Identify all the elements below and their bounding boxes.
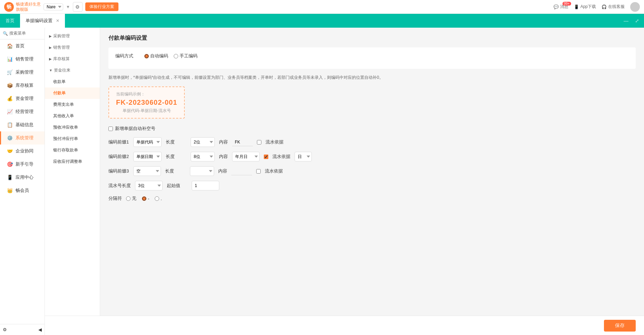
- encode-method-row: 编码方式 自动编码 手工编码: [115, 53, 629, 59]
- tab-home[interactable]: 首页: [0, 14, 20, 28]
- member-icon: 👑: [7, 187, 13, 194]
- tab-close-icon[interactable]: ✕: [56, 18, 59, 23]
- chevron-right-icon: ▶: [49, 57, 52, 61]
- serial-length-label: 流水号长度: [108, 183, 131, 189]
- separator-dot-option[interactable]: -: [142, 196, 149, 201]
- content-area: ▶ 采购管理 ▶ 销售管理 ▶ 库存核算: [45, 28, 644, 335]
- separator-dot2-option[interactable]: .: [155, 196, 162, 201]
- sidebar-item-member[interactable]: 👑 畅会员: [0, 184, 45, 197]
- prefix1-length-select[interactable]: 2位: [191, 137, 215, 147]
- top-bar-controls: Nare ▼ ⚙ 体验行业方案: [44, 2, 118, 12]
- prefix1-content-input: [232, 138, 253, 146]
- prefix3-select[interactable]: 空: [133, 166, 161, 176]
- user-avatar[interactable]: [630, 2, 640, 12]
- brand: 畅 畅捷通好生意 旗舰版: [4, 2, 41, 12]
- prefix2-granularity-select[interactable]: 日: [295, 152, 312, 161]
- prefix1-waterfall-checkbox[interactable]: [257, 140, 261, 145]
- menu-item-expense[interactable]: 费用支出单: [45, 99, 100, 110]
- prefix1-waterfall-label: 流水依据: [266, 139, 283, 145]
- prefix1-label: 编码前缀1: [108, 139, 129, 145]
- page-title: 付款单编码设置: [108, 35, 636, 42]
- company-select[interactable]: Nare: [44, 3, 63, 10]
- sidebar-item-enterprise[interactable]: 🤝 企业协同: [0, 145, 45, 158]
- manual-encode-option[interactable]: 手工编码: [174, 53, 198, 59]
- app-download-button[interactable]: 📱 App下载: [574, 4, 596, 10]
- operation-icon: 📈: [7, 109, 13, 115]
- tab-encode-settings[interactable]: 单据编码设置 ✕: [20, 14, 65, 28]
- prefix2-content-select[interactable]: 年月日: [232, 152, 260, 161]
- menu-item-bank-deposit[interactable]: 银行存取款单: [45, 145, 100, 156]
- menu-header-purchase[interactable]: ▶ 采购管理: [45, 30, 100, 42]
- menu-item-adjust[interactable]: 应收应付调整单: [45, 156, 100, 167]
- encode-method-radio-group: 自动编码 手工编码: [144, 53, 198, 59]
- top-bar: 畅 畅捷通好生意 旗舰版 Nare ▼ ⚙ 体验行业方案 💬 消息 99+ 📱 …: [0, 0, 644, 14]
- separator-dot-radio[interactable]: [142, 196, 146, 201]
- menu-header-finance[interactable]: ▼ 资金往来: [45, 65, 100, 76]
- save-button[interactable]: 保存: [604, 320, 636, 332]
- separator-none-radio[interactable]: [126, 196, 131, 201]
- prefix3-waterfall-label: 流水依据: [265, 168, 283, 174]
- menu-item-payment[interactable]: 付款单: [45, 87, 100, 99]
- prefix2-waterfall-checkbox[interactable]: [264, 155, 268, 159]
- tab-bar: 首页 单据编码设置 ✕ — ⤢: [0, 14, 644, 28]
- separator-none-option[interactable]: 无: [126, 195, 136, 202]
- separator-dot2-radio[interactable]: [155, 196, 159, 201]
- main-layout: 🔍 搜索菜单 🏠 首页 📊 销售管理 🛒 采购管理 📦 库存核算 💰 资金管理 …: [0, 28, 644, 335]
- sidebar-item-home[interactable]: 🏠 首页: [0, 39, 45, 53]
- separator-radio-group: 无 - .: [126, 195, 162, 202]
- info-text: 新增单据时，*单据编码*自动生成，不可编辑，前缀设置为部门、业务员等档案类，开单…: [108, 74, 636, 81]
- start-value-input[interactable]: [192, 181, 219, 190]
- sidebar-item-operation[interactable]: 📈 经营管理: [0, 105, 45, 118]
- menu-item-pre-payment[interactable]: 预付冲应付单: [45, 133, 100, 145]
- prefix2-select[interactable]: 单据日期: [133, 152, 162, 161]
- finance-icon: 💰: [7, 95, 13, 102]
- sidebar-item-sales[interactable]: 📊 销售管理: [0, 53, 45, 66]
- menu-group-sales: ▶ 销售管理: [45, 42, 100, 53]
- home-icon: 🏠: [7, 43, 13, 49]
- sidebar-bottom: ⚙ ◀: [0, 324, 45, 335]
- search-menu-button[interactable]: 🔍 搜索菜单: [0, 28, 45, 39]
- sidebar-settings-icon[interactable]: ⚙: [3, 327, 7, 332]
- serial-length-select[interactable]: 3位: [135, 181, 163, 190]
- example-code: FK-20230602-001: [116, 99, 177, 106]
- sidebar-item-purchase[interactable]: 🛒 采购管理: [0, 66, 45, 79]
- brand-icon: 畅: [4, 2, 14, 12]
- message-button[interactable]: 💬 消息 99+: [554, 4, 568, 10]
- prefix2-row: 编码前缀2 单据日期 长度 8位 内容 年月日 流水依据 日: [108, 152, 636, 161]
- menu-item-receipt[interactable]: 收款单: [45, 76, 100, 87]
- chevron-down-icon: ▼: [49, 68, 52, 72]
- separator-label: 分隔符: [108, 195, 122, 202]
- prefix1-length-label: 长度: [166, 139, 186, 145]
- sidebar-item-apps[interactable]: 📱 应用中心: [0, 171, 45, 184]
- prefix2-label: 编码前缀2: [108, 153, 129, 160]
- prefix3-waterfall-checkbox[interactable]: [256, 169, 261, 174]
- sales-icon: 📊: [7, 56, 13, 62]
- prefix3-length-label: 长度: [165, 168, 186, 174]
- menu-item-pre-receipt[interactable]: 预收冲应收单: [45, 122, 100, 133]
- settings-button[interactable]: ⚙: [73, 2, 83, 12]
- start-value-label: 起始值: [167, 183, 188, 189]
- sidebar-item-system[interactable]: ⚙️ 系统管理: [0, 131, 45, 145]
- menu-header-sales[interactable]: ▶ 销售管理: [45, 42, 100, 53]
- prefix3-length-select[interactable]: [190, 166, 214, 176]
- manual-encode-radio[interactable]: [174, 54, 178, 58]
- minimize-button[interactable]: —: [622, 17, 630, 25]
- chevron-right-icon: ▶: [49, 46, 52, 49]
- prefix2-length-select[interactable]: 8位: [191, 152, 215, 161]
- encode-method-card: 编码方式 自动编码 手工编码: [108, 47, 636, 69]
- sidebar-collapse-icon[interactable]: ◀: [38, 327, 42, 332]
- sidebar-item-guide[interactable]: 🎯 新手引导: [0, 158, 45, 171]
- menu-header-inventory[interactable]: ▶ 库存核算: [45, 53, 100, 65]
- auto-encode-option[interactable]: 自动编码: [144, 53, 168, 59]
- sidebar-item-basic[interactable]: 📋 基础信息: [0, 118, 45, 131]
- sidebar-item-inventory[interactable]: 📦 库存核算: [0, 79, 45, 92]
- menu-item-other-income[interactable]: 其他收入单: [45, 110, 100, 122]
- sidebar-item-finance[interactable]: 💰 资金管理: [0, 92, 45, 105]
- try-industry-button[interactable]: 体验行业方案: [85, 2, 118, 11]
- auto-fill-checkbox[interactable]: [108, 127, 113, 131]
- auto-encode-radio[interactable]: [144, 54, 149, 58]
- prefix1-select[interactable]: 单据代码: [133, 137, 162, 147]
- online-service-button[interactable]: 🎧 在线客服: [602, 4, 625, 10]
- guide-icon: 🎯: [7, 161, 13, 167]
- maximize-button[interactable]: ⤢: [633, 17, 641, 25]
